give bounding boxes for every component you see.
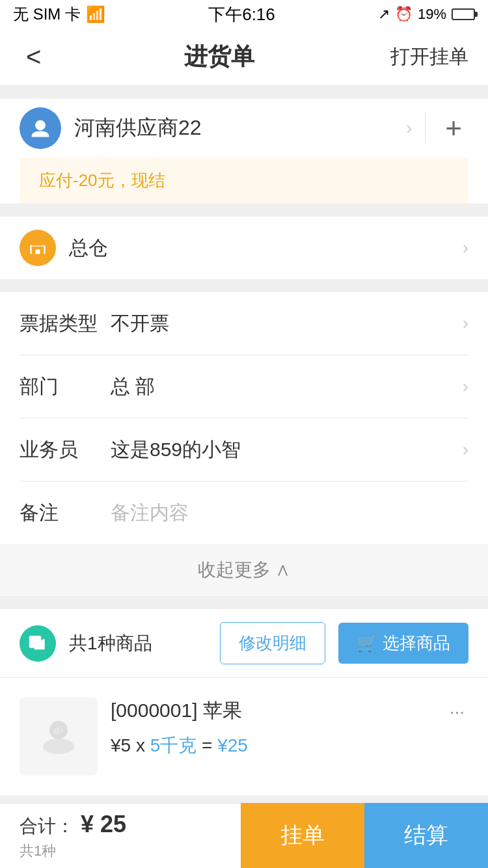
product-code: [0000001] bbox=[111, 699, 197, 721]
hang-label: 挂单 bbox=[280, 821, 325, 850]
edit-detail-button[interactable]: 修改明细 bbox=[220, 622, 325, 664]
total-label: 合计： bbox=[20, 816, 74, 836]
product-thumbnail: 品+ bbox=[20, 698, 98, 776]
add-supplier-button[interactable]: + bbox=[439, 112, 468, 144]
supplier-notice: 应付-20元，现结 bbox=[20, 157, 468, 204]
product-quantity: 5千克 bbox=[150, 735, 197, 755]
product-unit-price: ¥5 bbox=[111, 735, 131, 755]
footer: 合计： ¥ 25 共1种 挂单 结算 bbox=[0, 803, 488, 868]
status-bar-left: 无 SIM 卡 📶 bbox=[13, 4, 105, 25]
product-header: 共1种商品 修改明细 🛒 选择商品 bbox=[0, 609, 488, 678]
collapse-label: 收起更多 ∧ bbox=[198, 558, 291, 582]
collapse-button[interactable]: 收起更多 ∧ bbox=[0, 544, 488, 596]
product-multiply: x bbox=[136, 735, 150, 755]
product-info: [0000001] 苹果 ¥5 x 5千克 = ¥25 bbox=[111, 698, 433, 758]
section-gap-4 bbox=[0, 596, 488, 609]
product-total: ¥25 bbox=[217, 735, 248, 755]
nav-bar: < 进货单 打开挂单 bbox=[0, 29, 488, 86]
status-time: 下午6:16 bbox=[208, 3, 275, 26]
product-price-row: ¥5 x 5千克 = ¥25 bbox=[111, 733, 433, 758]
page-title: 进货单 bbox=[184, 41, 254, 73]
carrier-text: 无 SIM 卡 bbox=[13, 4, 81, 25]
invoice-type-chevron-icon: › bbox=[463, 313, 468, 334]
form-section: 票据类型 不开票 › 部门 总 部 › 业务员 这是859的小智 › 备注 备注… bbox=[0, 292, 488, 544]
section-gap-1 bbox=[0, 86, 488, 99]
warehouse-section: 总仓 › bbox=[0, 217, 488, 279]
location-icon: ↗ bbox=[378, 6, 390, 23]
product-count-icon bbox=[20, 625, 56, 662]
cart-icon: 🛒 bbox=[357, 633, 377, 653]
salesperson-label: 业务员 bbox=[20, 437, 111, 463]
status-bar-right: ↗ ⏰ 19% bbox=[378, 6, 475, 23]
salesperson-value: 这是859的小智 bbox=[111, 437, 463, 463]
salesperson-row[interactable]: 业务员 这是859的小智 › bbox=[0, 418, 488, 481]
footer-sub-text: 共1种 bbox=[20, 841, 221, 861]
back-button[interactable]: < bbox=[20, 36, 47, 78]
supplier-name: 河南供应商22 bbox=[74, 114, 406, 142]
warehouse-icon bbox=[20, 230, 56, 266]
select-product-button[interactable]: 🛒 选择商品 bbox=[338, 623, 468, 664]
alarm-icon: ⏰ bbox=[395, 6, 413, 23]
remark-input[interactable]: 备注内容 bbox=[111, 500, 468, 526]
settle-label: 结算 bbox=[404, 821, 448, 850]
department-label: 部门 bbox=[20, 373, 111, 400]
product-equals: = bbox=[202, 735, 217, 755]
product-more-button[interactable]: ··· bbox=[446, 698, 468, 726]
vertical-divider bbox=[425, 112, 426, 144]
warehouse-label: 总仓 bbox=[69, 235, 463, 262]
department-row[interactable]: 部门 总 部 › bbox=[0, 355, 488, 418]
supplier-chevron-icon: › bbox=[406, 118, 412, 139]
open-pending-button[interactable]: 打开挂单 bbox=[390, 44, 468, 70]
invoice-type-label: 票据类型 bbox=[20, 310, 111, 337]
supplier-row[interactable]: 河南供应商22 › + bbox=[20, 99, 468, 157]
salesperson-chevron-icon: › bbox=[463, 439, 468, 460]
product-item: 品+ [0000001] 苹果 ¥5 x 5千克 = ¥25 ··· bbox=[0, 678, 488, 795]
supplier-section: 河南供应商22 › + 应付-20元，现结 bbox=[0, 99, 488, 204]
footer-total-amount: 合计： ¥ 25 bbox=[20, 811, 221, 839]
remark-label: 备注 bbox=[20, 500, 111, 526]
warehouse-row[interactable]: 总仓 › bbox=[0, 217, 488, 279]
remark-row[interactable]: 备注 备注内容 bbox=[0, 481, 488, 544]
invoice-type-row[interactable]: 票据类型 不开票 › bbox=[0, 292, 488, 355]
product-count-text: 共1种商品 bbox=[69, 631, 207, 656]
battery-percent: 19% bbox=[418, 6, 446, 23]
department-chevron-icon: › bbox=[463, 376, 468, 397]
product-name: [0000001] 苹果 bbox=[111, 698, 433, 724]
hang-button[interactable]: 挂单 bbox=[241, 803, 364, 868]
wifi-icon: 📶 bbox=[86, 5, 105, 23]
svg-point-0 bbox=[35, 120, 46, 131]
supplier-avatar bbox=[20, 107, 61, 149]
svg-rect-1 bbox=[36, 249, 40, 254]
invoice-type-value: 不开票 bbox=[111, 310, 463, 337]
department-value: 总 部 bbox=[111, 373, 463, 400]
select-product-label: 选择商品 bbox=[383, 632, 450, 655]
warehouse-chevron-icon: › bbox=[463, 237, 468, 258]
product-title: 苹果 bbox=[203, 699, 242, 721]
footer-total: 合计： ¥ 25 共1种 bbox=[0, 803, 241, 868]
status-bar: 无 SIM 卡 📶 下午6:16 ↗ ⏰ 19% bbox=[0, 0, 488, 29]
svg-text:品+: 品+ bbox=[53, 727, 64, 735]
section-gap-3 bbox=[0, 279, 488, 292]
settle-button[interactable]: 结算 bbox=[364, 803, 488, 868]
total-amount: ¥ 25 bbox=[81, 811, 126, 837]
section-gap-2 bbox=[0, 204, 488, 217]
svg-point-4 bbox=[43, 739, 74, 754]
product-section: 共1种商品 修改明细 🛒 选择商品 品+ [0000001] 苹果 ¥5 x 5… bbox=[0, 609, 488, 795]
supplier-right: › + bbox=[406, 112, 468, 144]
battery-icon bbox=[452, 8, 475, 20]
